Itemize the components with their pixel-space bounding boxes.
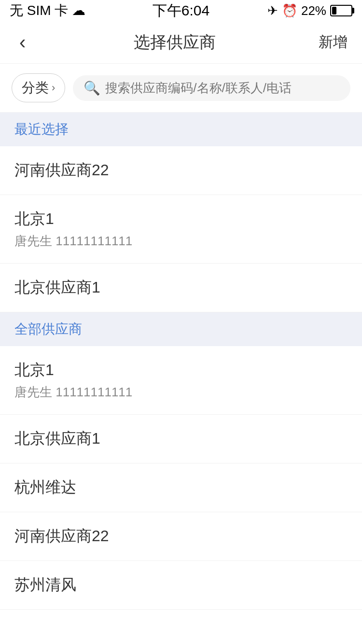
list-item[interactable]: 北京1唐先生 11111111111: [0, 195, 362, 264]
item-sub: 唐先生 11111111111: [14, 384, 348, 401]
status-right: ✈ ⏰ 22%: [267, 3, 352, 18]
item-name: 河南供应商22: [14, 160, 348, 181]
recent-list: 河南供应商22北京1唐先生 11111111111北京供应商1: [0, 146, 362, 312]
status-bar: 无 SIM 卡 ☁ 下午6:04 ✈ ⏰ 22%: [0, 0, 362, 21]
item-name: 苏州清风: [14, 574, 348, 596]
list-item[interactable]: 北京供应商1: [0, 415, 362, 463]
item-name: 杭州维达: [14, 477, 348, 498]
chevron-right-icon: ›: [52, 82, 55, 94]
battery-percentage: 22%: [301, 3, 326, 18]
list-item[interactable]: 北京供应商1: [0, 264, 362, 312]
all-list: 北京1唐先生 11111111111北京供应商1杭州维达河南供应商22苏州清风: [0, 346, 362, 610]
all-section-label: 全部供应商: [14, 322, 82, 336]
item-name: 北京供应商1: [14, 428, 348, 449]
status-left: 无 SIM 卡 ☁: [10, 1, 85, 20]
item-name: 北京1: [14, 360, 348, 381]
list-item[interactable]: 北京1唐先生 11111111111: [0, 346, 362, 415]
category-button[interactable]: 分类 ›: [12, 73, 65, 102]
list-item[interactable]: 杭州维达: [0, 463, 362, 512]
recent-section-label: 最近选择: [14, 122, 69, 137]
alarm-icon: ⏰: [282, 3, 297, 18]
category-label: 分类: [22, 79, 49, 97]
item-name: 北京供应商1: [14, 277, 348, 298]
item-name: 河南供应商22: [14, 526, 348, 547]
list-item[interactable]: 河南供应商22: [0, 146, 362, 195]
all-section-header: 全部供应商: [0, 312, 362, 346]
nav-bar: ‹ 选择供应商 新增: [0, 21, 362, 64]
list-item[interactable]: 河南供应商22: [0, 512, 362, 561]
search-input[interactable]: [105, 81, 340, 96]
page-title: 选择供应商: [134, 31, 216, 54]
add-button[interactable]: 新增: [319, 32, 348, 52]
item-name: 北京1: [14, 209, 348, 230]
search-area: 分类 › 🔍: [0, 64, 362, 112]
back-button[interactable]: ‹: [14, 27, 30, 58]
recent-section-header: 最近选择: [0, 112, 362, 146]
status-time: 下午6:04: [153, 1, 209, 21]
item-sub: 唐先生 11111111111: [14, 233, 348, 250]
search-input-wrap: 🔍: [73, 75, 350, 101]
battery-icon: [330, 5, 352, 16]
list-item[interactable]: 苏州清风: [0, 561, 362, 610]
location-icon: ✈: [267, 3, 278, 18]
search-icon: 🔍: [84, 80, 100, 96]
